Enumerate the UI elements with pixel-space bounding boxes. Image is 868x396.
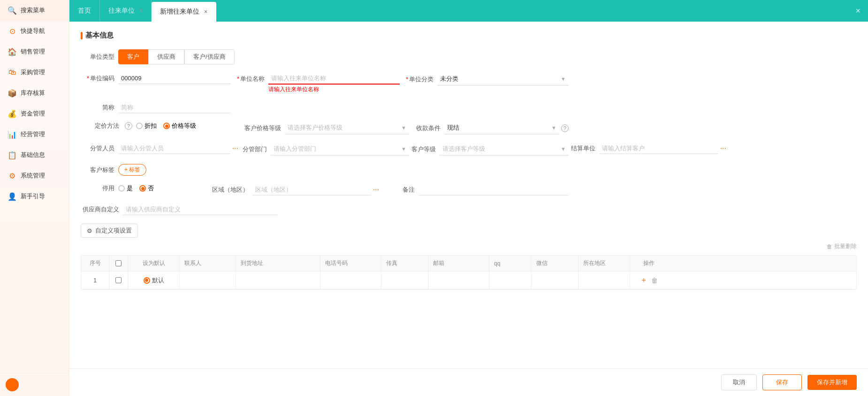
cell-region[interactable]: [579, 272, 630, 289]
sidebar-item-inventory[interactable]: 📦 库存核算: [0, 83, 69, 103]
remark-input[interactable]: [419, 184, 569, 195]
cell-address[interactable]: [236, 272, 320, 289]
region-input[interactable]: [252, 184, 371, 195]
cell-seq: 1: [81, 272, 109, 289]
row-checkbox[interactable]: [115, 277, 122, 283]
tab-new-contact[interactable]: 新增往来单位 ×: [152, 2, 216, 22]
department-select[interactable]: 请输入分管部门 ▼: [271, 143, 409, 155]
phone-input[interactable]: [325, 277, 376, 284]
disabled-label: 停用: [81, 184, 118, 193]
radio-discount[interactable]: 折扣: [136, 122, 157, 130]
address-input[interactable]: [241, 277, 315, 284]
sidebar-item-label: 基础信息: [21, 151, 45, 159]
wechat-input[interactable]: [536, 277, 573, 284]
check-all-checkbox[interactable]: [115, 260, 122, 266]
sidebar-item-newbie[interactable]: 👤 新手引导: [0, 186, 69, 207]
cancel-button[interactable]: 取消: [721, 374, 757, 390]
save-new-button[interactable]: 保存并新增: [807, 375, 857, 390]
unit-btn-customer[interactable]: 客户: [118, 49, 148, 64]
radio-discount-label: 折扣: [145, 122, 157, 130]
region-table-input[interactable]: [583, 277, 625, 284]
add-row-button[interactable]: ＋: [638, 275, 649, 285]
unit-btn-both[interactable]: 客户/供应商: [184, 49, 235, 64]
sidebar-item-basics[interactable]: 📋 基础信息: [0, 145, 69, 165]
radio-price-level[interactable]: 价格等级: [163, 122, 196, 130]
sales-icon: 🏠: [8, 47, 17, 56]
unit-type-label: 单位类型: [81, 53, 118, 61]
batch-delete-label[interactable]: 批量删除: [834, 242, 857, 250]
region-more-btn[interactable]: ···: [371, 186, 381, 194]
fax-input[interactable]: [386, 277, 423, 284]
customer-price-level-field: 客户价格等级 请选择客户价格等级 ▼: [240, 122, 409, 134]
chevron-down-icon2: ▼: [401, 125, 406, 131]
th-default: 设为默认: [128, 256, 180, 271]
unit-category-label: 单位分类: [400, 75, 437, 84]
cell-wechat[interactable]: [532, 272, 579, 289]
section-title-text: 基本信息: [85, 31, 114, 40]
th-qq: qq: [489, 256, 532, 271]
cell-email[interactable]: [428, 272, 489, 289]
settlement-input[interactable]: [599, 143, 718, 154]
cell-phone[interactable]: [320, 272, 381, 289]
tab-home[interactable]: 首页: [69, 0, 100, 22]
save-button[interactable]: 保存: [762, 374, 802, 390]
del-row-button[interactable]: 🗑: [649, 277, 660, 284]
tab-contacts-close[interactable]: ×: [139, 8, 143, 14]
payment-help-icon[interactable]: ?: [561, 124, 569, 132]
customer-level-field: 客户等级 请选择客户等级 ▼: [409, 143, 569, 155]
unit-category-select[interactable]: 未分类 ▼: [437, 73, 569, 85]
custom-settings-button[interactable]: ⚙ 自定义项设置: [81, 224, 138, 238]
disabled-region-row: 停用 是 否 区域（地区） ···: [81, 184, 857, 195]
manager-more-btn[interactable]: ···: [230, 144, 240, 153]
customer-level-select[interactable]: 请选择客户等级 ▼: [440, 143, 569, 155]
supplier-custom-field: 供应商自定义: [81, 204, 278, 215]
short-name-input[interactable]: [118, 102, 231, 113]
cell-contact[interactable]: [180, 272, 236, 289]
sidebar-item-finance[interactable]: 💰 资金管理: [0, 103, 69, 124]
sidebar-item-label: 搜索菜单: [21, 6, 45, 15]
manager-input[interactable]: [118, 143, 230, 154]
sidebar-item-sales[interactable]: 🏠 销售管理: [0, 41, 69, 62]
tab-contacts[interactable]: 往来单位 ×: [100, 0, 152, 22]
unit-code-input[interactable]: [118, 73, 231, 84]
sidebar-item-search[interactable]: 🔍 搜索菜单: [0, 0, 69, 21]
batch-delete-area: 🗑 批量删除: [81, 242, 857, 250]
contact-input[interactable]: [184, 277, 231, 284]
cell-qq[interactable]: [489, 272, 532, 289]
basics-icon: 📋: [8, 150, 17, 160]
unit-btn-supplier[interactable]: 供应商: [148, 49, 184, 64]
sidebar-item-purchase[interactable]: 🛍 采购管理: [0, 62, 69, 83]
tab-new-contact-close[interactable]: ×: [204, 8, 207, 15]
supplier-custom-input[interactable]: [123, 204, 278, 215]
sidebar-item-label: 新手引导: [21, 192, 45, 201]
settlement-more-btn[interactable]: ···: [718, 144, 728, 153]
customer-price-level-select[interactable]: 请选择客户价格等级 ▼: [285, 122, 409, 134]
qq-input[interactable]: [494, 277, 526, 284]
sidebar-item-quick-nav[interactable]: ⊙ 快捷导航: [0, 21, 69, 41]
cell-check: [109, 272, 128, 289]
radio-no[interactable]: 否: [139, 184, 154, 193]
table-row: 1 默认 ＋ 🗑: [81, 272, 856, 289]
window-close-button[interactable]: ×: [848, 6, 868, 16]
gear-icon: ⚙: [87, 227, 92, 234]
region-label: 区域（地区）: [212, 186, 252, 194]
pricing-help-icon[interactable]: ?: [125, 122, 132, 130]
sidebar-item-system[interactable]: ⚙ 系统管理: [0, 165, 69, 186]
sidebar-item-label: 销售管理: [21, 47, 45, 56]
unit-category-value: 未分类: [440, 75, 559, 83]
table-header-row: 序号 设为默认 联系人 到货地址 电话号码 传真 邮箱 qq 微信 所在地区 操…: [81, 256, 856, 272]
payment-terms-select[interactable]: 现结 ▼: [444, 122, 559, 134]
cell-fax[interactable]: [381, 272, 428, 289]
unit-name-input[interactable]: [268, 73, 400, 85]
add-tag-button[interactable]: + 标签: [118, 164, 146, 176]
th-contact: 联系人: [180, 256, 236, 271]
row-default-radio[interactable]: 默认: [144, 276, 164, 285]
radio-yes-label: 是: [127, 184, 133, 193]
payment-terms-field: 收款条件 现结 ▼ ?: [409, 122, 569, 134]
email-input[interactable]: [433, 277, 484, 284]
custom-settings-label: 自定义项设置: [95, 226, 132, 235]
sidebar-item-operations[interactable]: 📊 经营管理: [0, 124, 69, 145]
pricing-radio-group: 折扣 价格等级: [136, 122, 196, 130]
radio-yes[interactable]: 是: [118, 184, 133, 193]
radio-no-label: 否: [148, 184, 154, 193]
